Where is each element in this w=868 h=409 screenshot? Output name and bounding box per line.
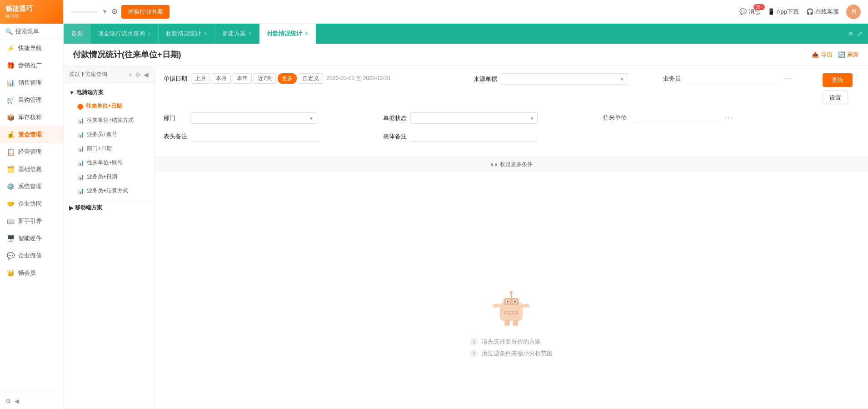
date-btn-this-year[interactable]: 本年	[233, 73, 252, 84]
expand-icon: ▼	[69, 90, 75, 96]
tab-bank-close[interactable]: ×	[148, 30, 151, 37]
sidebar-item-system[interactable]: ⚙️ 系统管理	[0, 178, 63, 195]
svg-point-11	[510, 291, 513, 294]
date-btn-custom[interactable]: 自定义	[299, 73, 323, 84]
sidebar-item-hardware[interactable]: 🖥️ 智能硬件	[0, 230, 63, 247]
expand-button[interactable]: ⤢	[857, 30, 863, 37]
collapse-panel-button[interactable]: ◀	[144, 71, 149, 78]
empty-tip-2: 2 用过滤条件来缩小分析范围	[470, 349, 553, 358]
message-icon: 💬	[739, 8, 747, 15]
svg-rect-15	[513, 320, 518, 326]
scheme-item-label: 业务员+账号	[87, 131, 117, 138]
svg-rect-9	[513, 312, 516, 313]
app-download-button[interactable]: 📱 App下载	[768, 8, 799, 16]
date-btn-7days[interactable]: 近7天	[254, 73, 276, 84]
footer-collapse-button[interactable]: ◀	[15, 398, 19, 404]
tab-bank[interactable]: 现金银行流水查询 ×	[90, 24, 159, 44]
mobile-section-toggle[interactable]: ▶ 移动端方案	[64, 201, 154, 214]
query-button[interactable]: 查询	[823, 73, 853, 87]
sidebar-item-label: 新手引导	[18, 217, 42, 225]
pc-section-toggle[interactable]: ▼ 电脑端方案	[64, 86, 154, 99]
sidebar-item-label: 营销推广	[18, 61, 42, 70]
scheme-item-unit-settlement[interactable]: 📊 往来单位+结算方式	[64, 113, 154, 127]
source-voucher-select[interactable]	[501, 73, 628, 85]
footer-settings-button[interactable]: ⚙	[5, 398, 11, 404]
search-label: 搜索菜单	[15, 27, 39, 35]
topbar-settings-icon[interactable]: ⚙	[111, 7, 118, 16]
tab-new-plan[interactable]: 新建方案 ×	[215, 24, 259, 44]
date-btn-this-month[interactable]: 本月	[212, 73, 231, 84]
sidebar-item-purchase[interactable]: 🛒 采购管理	[0, 91, 63, 109]
table-header-remark-input[interactable]	[191, 131, 318, 142]
tab-payment-close[interactable]: ×	[305, 30, 308, 37]
chevron-up-icon: ∧∧	[490, 162, 498, 168]
sidebar-item-guide[interactable]: 📖 新手引导	[0, 212, 63, 230]
date-btn-more[interactable]: 更多	[278, 73, 297, 84]
sidebar-item-sales[interactable]: 📊 销售管理	[0, 74, 63, 91]
scheme-settings-button[interactable]: ⚙	[135, 71, 141, 78]
svg-rect-7	[506, 312, 509, 313]
version-text: 标准版	[5, 13, 33, 20]
sidebar-item-label: 销售管理	[18, 79, 42, 87]
wechat-icon: 💬	[6, 252, 15, 260]
tab-new-plan-label: 新建方案	[222, 30, 246, 38]
add-scheme-button[interactable]: +	[129, 71, 132, 78]
scheme-item-unit-date[interactable]: ⬤ 往来单位+日期	[64, 99, 154, 113]
source-voucher-filter: 来源单据	[474, 73, 654, 85]
trial-button[interactable]: 体验行业方案	[121, 5, 170, 19]
basic-icon: 🗂️	[6, 165, 15, 173]
tab-payment[interactable]: 付款情况统计 ×	[259, 24, 316, 44]
sidebar-item-finance[interactable]: 💰 资金管理	[0, 126, 63, 143]
tab-new-plan-close[interactable]: ×	[249, 30, 252, 37]
sidebar-item-label: 库存核算	[18, 113, 42, 121]
collapse-more-conditions[interactable]: ∧∧ 收起更多条件	[155, 157, 868, 172]
sidebar-logo: 畅捷通巧 标准版	[5, 5, 33, 20]
dropdown-icon[interactable]: ▼	[102, 8, 108, 15]
export-button[interactable]: 📤 导出	[812, 50, 833, 59]
filter-row-3: 表头备注 表体备注	[164, 131, 859, 142]
sidebar-item-basic[interactable]: 🗂️ 基础信息	[0, 161, 63, 178]
table-header-remark-label: 表头备注	[164, 132, 187, 141]
scheme-item-unit-account[interactable]: 📊 往来单位+账号	[64, 156, 154, 170]
page-header: 付款情况统计(往来单位+日期) 📤 导出 🔄 刷新	[64, 44, 868, 66]
table-body-remark-input[interactable]	[410, 131, 538, 142]
sidebar-item-quick-nav[interactable]: ⚡ 快捷导航	[0, 40, 63, 57]
sidebar-item-operations[interactable]: 📋 经营管理	[0, 143, 63, 161]
voucher-status-select-wrap	[410, 112, 538, 124]
collapse-label: 收起更多条件	[500, 161, 533, 168]
operations-icon: 📋	[6, 148, 15, 156]
scheme-item-label: 业务员+结算方式	[87, 187, 128, 195]
user-avatar[interactable]: 用	[846, 5, 861, 19]
tab-receipt-close[interactable]: ×	[204, 30, 207, 37]
date-btn-last-month[interactable]: 上月	[191, 73, 210, 84]
scheme-item-dept-date[interactable]: 📊 部门+日期	[64, 141, 154, 156]
tip-text-2: 用过滤条件来缩小分析范围	[482, 349, 553, 358]
counterpart-label: 往来单位	[603, 114, 627, 122]
tabbar-actions: ✕ ⤢	[843, 24, 868, 44]
salesman-ellipsis[interactable]: ···	[784, 75, 793, 83]
scheme-item-staff-account[interactable]: 📊 业务员+账号	[64, 127, 154, 141]
notifications-button[interactable]: 💬 消息 99+	[739, 8, 760, 16]
voucher-status-select[interactable]	[410, 112, 538, 124]
close-all-button[interactable]: ✕	[848, 30, 853, 37]
counterpart-input[interactable]	[630, 112, 721, 123]
scheme-item-label: 业务员+日期	[87, 173, 117, 181]
scheme-item-staff-date[interactable]: 📊 业务员+日期	[64, 170, 154, 184]
tabbar-spacer	[316, 24, 843, 44]
tab-home[interactable]: 首页	[64, 24, 90, 44]
refresh-button[interactable]: 🔄 刷新	[838, 50, 859, 59]
counterpart-ellipsis[interactable]: ···	[725, 114, 733, 122]
sidebar-item-label: 畅会员	[18, 269, 36, 277]
sidebar-item-member[interactable]: 👑 畅会员	[0, 264, 63, 282]
online-service-button[interactable]: 🎧 在线客服	[806, 8, 839, 16]
sidebar-item-marketing[interactable]: 🎁 营销推广	[0, 57, 63, 74]
department-select[interactable]	[190, 112, 317, 124]
settings-button[interactable]: 设置	[823, 91, 848, 105]
sidebar-item-enterprise[interactable]: 🤝 企业协同	[0, 195, 63, 212]
scheme-item-staff-settlement[interactable]: 📊 业务员+结算方式	[64, 184, 154, 198]
sidebar-item-inventory[interactable]: 📦 库存核算	[0, 109, 63, 126]
tab-receipt[interactable]: 收款情况统计 ×	[159, 24, 215, 44]
salesman-input[interactable]	[689, 73, 780, 84]
sidebar-item-wechat[interactable]: 💬 企业微信	[0, 247, 63, 264]
search-menu[interactable]: 🔍 搜索菜单	[0, 24, 63, 40]
